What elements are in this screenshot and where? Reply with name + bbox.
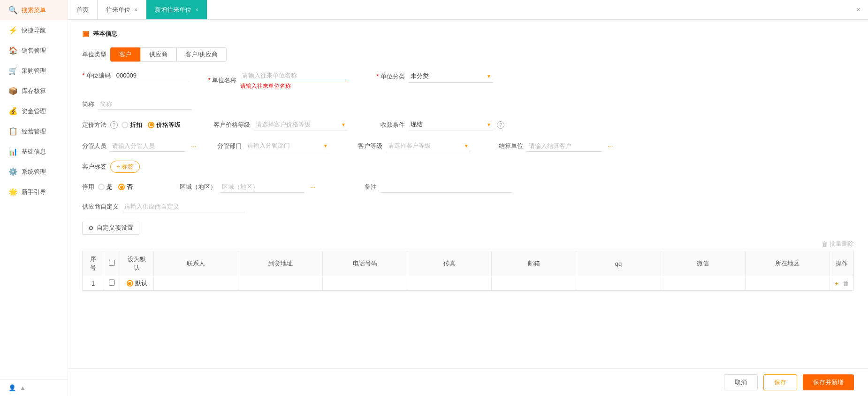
disabled-label: 停用	[82, 183, 94, 191]
save-and-new-button[interactable]: 保存并新增	[803, 374, 854, 390]
payment-terms-select[interactable]: 现结 ▼	[409, 118, 493, 131]
discount-radio-circle	[122, 122, 128, 128]
region-ellipsis-btn[interactable]: ···	[308, 183, 318, 191]
cancel-button[interactable]: 取消	[724, 374, 758, 390]
tab-home[interactable]: 首页	[68, 0, 98, 19]
sidebar-item-guide[interactable]: 🌟 新手引导	[0, 182, 68, 202]
custom-settings-button[interactable]: ⚙ 自定义项设置	[82, 221, 139, 235]
row-wechat[interactable]	[661, 276, 745, 291]
batch-delete-icon: 🗑	[822, 241, 828, 248]
sidebar-item-label: 销售管理	[22, 47, 46, 55]
sidebar-item-label: 搜索菜单	[22, 6, 46, 15]
disabled-radio-yes[interactable]: 是	[98, 183, 113, 191]
close-all-tabs-button[interactable]: ×	[849, 6, 868, 14]
row-select-checkbox[interactable]	[109, 280, 115, 286]
manager-input[interactable]	[110, 140, 185, 152]
category-select[interactable]: 未分类 ▼	[409, 70, 493, 83]
save-button[interactable]: 保存	[763, 374, 797, 390]
row-email[interactable]	[492, 276, 576, 291]
unit-type-customer-btn[interactable]: 客户	[110, 47, 140, 62]
user-expand-icon: ▲	[20, 384, 26, 391]
row-region[interactable]	[745, 276, 830, 291]
manager-label: 分管人员	[82, 142, 107, 150]
pricing-radio-level[interactable]: 价格等级	[148, 121, 181, 129]
sidebar-item-operations[interactable]: 📋 经营管理	[0, 121, 68, 141]
row-default-radio-circle	[127, 280, 133, 287]
add-tag-button[interactable]: + 标签	[110, 161, 140, 173]
unit-type-supplier-btn[interactable]: 供应商	[140, 47, 176, 62]
row-fax[interactable]	[407, 276, 492, 291]
sidebar-item-sales[interactable]: 🏠 销售管理	[0, 40, 68, 61]
row-phone-input[interactable]	[327, 280, 402, 287]
name-input[interactable]	[240, 70, 348, 81]
pricing-radio-discount[interactable]: 折扣	[122, 121, 142, 129]
customer-price-level-select[interactable]: 请选择客户价格等级 ▼	[254, 118, 348, 131]
col-default: 设为默认	[120, 251, 154, 276]
row-wechat-input[interactable]	[666, 280, 740, 287]
category-chevron-icon: ▼	[487, 74, 491, 79]
row-add-btn[interactable]: +	[835, 280, 838, 287]
tab-partners[interactable]: 往来单位 ×	[98, 0, 146, 19]
custom-settings-label: 自定义项设置	[97, 224, 133, 232]
unit-type-group: 单位类型 客户 供应商 客户/供应商	[82, 47, 227, 62]
sidebar-item-system[interactable]: ⚙️ 系统管理	[0, 162, 68, 182]
row-qq-input[interactable]	[581, 280, 655, 287]
select-all-checkbox[interactable]	[109, 260, 115, 266]
department-chevron-icon: ▼	[323, 143, 328, 148]
category-label: 单位分类	[376, 72, 405, 81]
search-icon: 🔍	[8, 6, 18, 15]
unit-type-both-btn[interactable]: 客户/供应商	[176, 47, 227, 62]
row-phone[interactable]	[323, 276, 407, 291]
sidebar-item-finance[interactable]: 💰 资金管理	[0, 101, 68, 121]
region-group: 区域（地区） ···	[180, 181, 318, 193]
tab-partners-label: 往来单位	[106, 6, 130, 14]
settlement-unit-ellipsis-btn[interactable]: ···	[606, 142, 615, 150]
region-input[interactable]	[220, 181, 305, 193]
row-address[interactable]	[238, 276, 323, 291]
row-email-input[interactable]	[496, 280, 571, 287]
settlement-unit-input[interactable]	[527, 140, 602, 152]
disabled-no-label: 否	[127, 183, 133, 191]
col-phone: 电话号码	[323, 251, 407, 276]
department-select[interactable]: 请输入分管部门 ▼	[245, 140, 330, 152]
section-icon: ▣	[82, 29, 89, 38]
shortname-input[interactable]	[98, 99, 192, 110]
batch-delete-label[interactable]: 批量删除	[830, 240, 854, 248]
row-fax-input[interactable]	[412, 280, 487, 287]
sidebar-bottom: 👤 ▲	[0, 379, 68, 396]
sidebar-item-quick-nav[interactable]: ⚡ 快捷导航	[0, 20, 68, 40]
department-group: 分管部门 请输入分管部门 ▼	[217, 140, 330, 152]
pricing-help-icon[interactable]: ?	[110, 121, 118, 129]
row-contact[interactable]	[154, 276, 238, 291]
manager-ellipsis-btn[interactable]: ···	[189, 142, 198, 150]
disabled-region-row: 停用 是 否 区域（地区） ··· 备注	[82, 181, 854, 193]
sidebar-item-basic-info[interactable]: 📊 基础信息	[0, 141, 68, 162]
disabled-radio-no[interactable]: 否	[118, 183, 133, 191]
row-checkbox	[104, 276, 120, 291]
customer-price-level-label: 客户价格等级	[213, 121, 250, 129]
row-region-input[interactable]	[750, 280, 825, 287]
row-contact-input[interactable]	[159, 280, 233, 287]
tab-new-partner[interactable]: 新增往来单位 ×	[146, 0, 207, 19]
tab-new-partner-close[interactable]: ×	[195, 7, 198, 13]
sidebar-item-search[interactable]: 🔍 搜索菜单	[0, 0, 68, 20]
region-label: 区域（地区）	[180, 183, 216, 191]
pricing-radio-group: 折扣 价格等级	[122, 121, 181, 129]
shortname-row: 简称	[82, 99, 854, 110]
supplier-custom-input[interactable]	[122, 201, 244, 212]
remark-input[interactable]	[381, 181, 512, 193]
guide-icon: 🌟	[8, 187, 18, 196]
code-input[interactable]	[114, 70, 190, 81]
operations-icon: 📋	[8, 127, 18, 136]
row-delete-btn[interactable]: 🗑	[843, 280, 849, 287]
customer-level-select[interactable]: 请选择客户等级 ▼	[386, 140, 471, 152]
row-default-radio[interactable]: 默认	[125, 279, 149, 287]
name-label: 单位名称	[208, 76, 237, 85]
sidebar-item-inventory[interactable]: 📦 库存核算	[0, 81, 68, 101]
row-qq[interactable]	[576, 276, 661, 291]
payment-terms-help-icon[interactable]: ?	[497, 121, 504, 129]
sidebar-item-purchase[interactable]: 🛒 采购管理	[0, 61, 68, 81]
row-address-input[interactable]	[243, 280, 318, 287]
tab-partners-close[interactable]: ×	[134, 7, 137, 13]
department-placeholder: 请输入分管部门	[247, 141, 290, 150]
